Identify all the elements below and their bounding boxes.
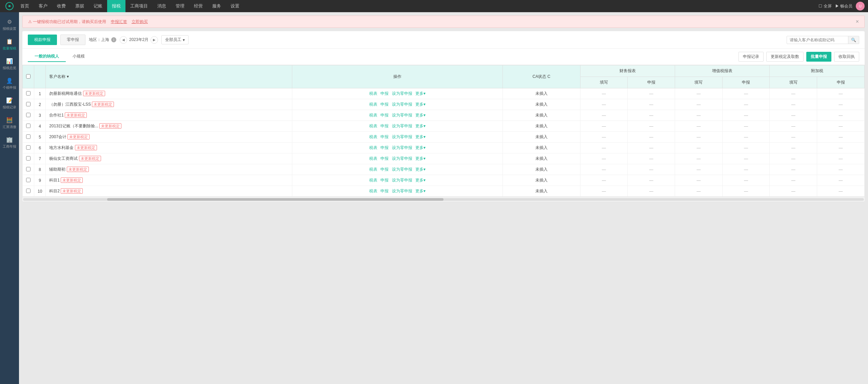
nav-item-fee[interactable]: 收费 — [52, 0, 71, 12]
update-tax-button[interactable]: 更新税定及取数 — [766, 52, 804, 62]
op-more-9[interactable]: 更多▾ — [415, 189, 426, 193]
nav-item-operation[interactable]: 经营 — [189, 0, 208, 12]
nav-item-settings[interactable]: 设置 — [226, 0, 244, 12]
op-zero-7[interactable]: 设为零申报 — [392, 167, 412, 172]
nav-item-tax[interactable]: 报税 — [107, 0, 125, 12]
employee-select[interactable]: 全部员工 ▾ — [161, 35, 189, 44]
op-zero-6[interactable]: 设为零申报 — [392, 156, 412, 161]
nav-item-invoice[interactable]: 票据 — [71, 0, 89, 12]
row-select-9[interactable] — [26, 189, 31, 193]
op-tax-table-5[interactable]: 税表 — [369, 145, 377, 150]
op-tax-table-6[interactable]: 税表 — [369, 156, 377, 161]
tab-tax-declaration[interactable]: 税款申报 — [28, 35, 57, 45]
select-all-checkbox[interactable] — [26, 74, 31, 79]
op-zero-3[interactable]: 设为零申报 — [392, 124, 412, 128]
nav-item-business[interactable]: 工商项目 — [125, 0, 153, 12]
sub-actions: 申报记录 更新税定及取数 批量申报 收取回执 — [738, 52, 859, 62]
op-tax-table-9[interactable]: 税表 — [369, 189, 377, 193]
sidebar-item-tax-records[interactable]: 📝 报税记录 — [1, 94, 18, 112]
nav-item-client[interactable]: 客户 — [34, 0, 52, 12]
row-select-0[interactable] — [26, 91, 31, 95]
row-ca-6: 未插入 — [502, 153, 580, 164]
row-select-7[interactable] — [26, 167, 31, 171]
search-input[interactable] — [787, 36, 848, 44]
sidebar-item-individual-tax[interactable]: 👤 个税申报 — [1, 74, 18, 93]
op-declare-7[interactable]: 申报 — [380, 167, 389, 172]
region-info-icon[interactable]: i — [111, 37, 116, 42]
row-select-8[interactable] — [26, 178, 31, 182]
op-declare-9[interactable]: 申报 — [380, 189, 389, 193]
sub-tab-general-taxpayer[interactable]: 一般的纳税人 — [28, 51, 66, 62]
row-select-4[interactable] — [26, 134, 31, 139]
op-tax-table-4[interactable]: 税表 — [369, 134, 377, 139]
op-tax-table-0[interactable]: 税表 — [369, 91, 377, 96]
sidebar-item-annual-report[interactable]: 🏢 工商年报 — [1, 133, 18, 152]
member-button[interactable]: ▶ 畅会员 — [835, 3, 852, 9]
op-declare-6[interactable]: 申报 — [380, 156, 389, 161]
logo[interactable] — [3, 0, 16, 12]
sidebar-item-settlement[interactable]: 🧮 汇算清缴 — [1, 114, 18, 132]
th-vat: 附加税 — [770, 65, 865, 77]
op-zero-2[interactable]: 设为零申报 — [392, 113, 412, 118]
sub-tab-small-scale[interactable]: 小规模 — [66, 51, 92, 62]
op-tax-table-1[interactable]: 税表 — [369, 102, 377, 107]
op-more-4[interactable]: 更多▾ — [415, 134, 426, 139]
declaration-records-button[interactable]: 申报记录 — [738, 52, 764, 62]
op-more-3[interactable]: 更多▾ — [415, 124, 426, 128]
op-tax-table-7[interactable]: 税表 — [369, 167, 377, 172]
search-button[interactable]: 🔍 — [848, 36, 859, 44]
op-zero-9[interactable]: 设为零申报 — [392, 189, 412, 193]
nav-item-account[interactable]: 记账 — [89, 0, 107, 12]
op-more-1[interactable]: 更多▾ — [415, 102, 426, 107]
op-more-0[interactable]: 更多▾ — [415, 91, 426, 96]
collect-receipt-button[interactable]: 收取回执 — [834, 52, 859, 62]
nav-item-message[interactable]: 消息 — [153, 0, 171, 12]
horizontal-scrollbar[interactable] — [22, 197, 865, 201]
op-declare-3[interactable]: 申报 — [380, 124, 389, 128]
notice-link-buy[interactable]: 立即购买 — [132, 19, 148, 24]
sidebar-item-tax-overview[interactable]: 📊 报税总览 — [1, 55, 18, 73]
tab-zero-declaration[interactable]: 零申报 — [60, 35, 85, 45]
scrollbar-track[interactable] — [23, 198, 864, 201]
op-more-2[interactable]: 更多▾ — [415, 113, 426, 118]
op-more-6[interactable]: 更多▾ — [415, 156, 426, 161]
op-zero-8[interactable]: 设为零申报 — [392, 178, 412, 183]
date-prev-button[interactable]: ◀ — [120, 36, 127, 44]
op-tax-table-3[interactable]: 税表 — [369, 124, 377, 128]
row-select-1[interactable] — [26, 102, 31, 106]
batch-declare-button[interactable]: 批量申报 — [806, 52, 831, 62]
op-tax-table-8[interactable]: 税表 — [369, 178, 377, 183]
sidebar-item-batch-tax[interactable]: 📋 批量报税 — [1, 35, 18, 54]
op-more-5[interactable]: 更多▾ — [415, 145, 426, 150]
notice-close-button[interactable]: × — [856, 19, 859, 25]
op-more-7[interactable]: 更多▾ — [415, 167, 426, 172]
op-declare-8[interactable]: 申报 — [380, 178, 389, 183]
op-tax-table-2[interactable]: 税表 — [369, 113, 377, 118]
op-more-8[interactable]: 更多▾ — [415, 178, 426, 183]
sort-icon[interactable]: ▾ — [67, 74, 69, 79]
notice-link-declaration[interactable]: 申报汇签 — [111, 19, 127, 24]
op-declare-1[interactable]: 申报 — [380, 102, 389, 107]
row-select-2[interactable] — [26, 113, 31, 117]
date-next-button[interactable]: ▶ — [151, 36, 158, 44]
row-select-6[interactable] — [26, 156, 31, 161]
row-select-3[interactable] — [26, 124, 31, 128]
nav-item-service[interactable]: 服务 — [208, 0, 226, 12]
avatar[interactable]: U — [856, 2, 865, 10]
fullscreen-button[interactable]: ☐ 全屏 — [818, 3, 831, 9]
nav-item-home[interactable]: 首页 — [16, 0, 34, 12]
op-declare-4[interactable]: 申报 — [380, 134, 389, 139]
op-zero-4[interactable]: 设为零申报 — [392, 134, 412, 139]
row-fin-report-1: — — [628, 99, 675, 110]
sidebar-item-tax-settings[interactable]: ⚙ 报税设置 — [1, 16, 18, 34]
op-zero-1[interactable]: 设为零申报 — [392, 102, 412, 107]
op-zero-5[interactable]: 设为零申报 — [392, 145, 412, 150]
nav-item-manage[interactable]: 管理 — [171, 0, 189, 12]
row-vat-fill-8: — — [770, 175, 817, 186]
scrollbar-thumb[interactable] — [107, 198, 443, 201]
op-zero-0[interactable]: 设为零申报 — [392, 91, 412, 96]
op-declare-0[interactable]: 申报 — [380, 91, 389, 96]
op-declare-5[interactable]: 申报 — [380, 145, 389, 150]
row-select-5[interactable] — [26, 145, 31, 150]
op-declare-2[interactable]: 申报 — [380, 113, 389, 118]
